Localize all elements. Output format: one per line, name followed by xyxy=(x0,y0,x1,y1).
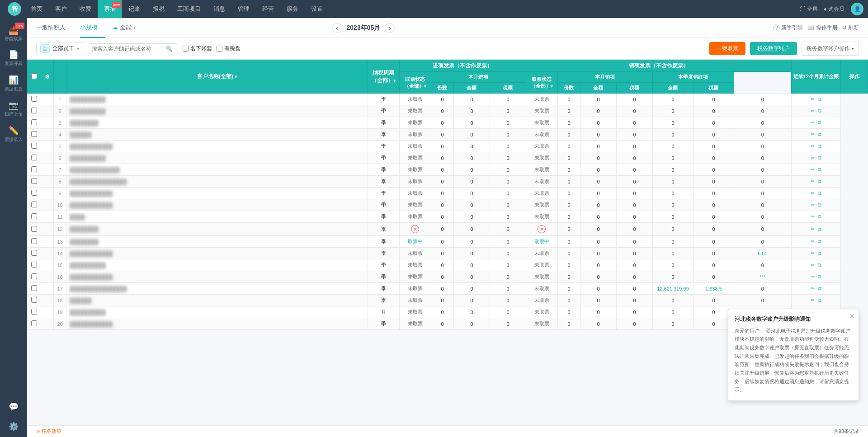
row-checkbox[interactable] xyxy=(31,213,37,219)
edit-icon[interactable]: ✏ xyxy=(811,120,815,125)
row-checkbox[interactable] xyxy=(31,96,37,102)
nav-item-settings[interactable]: 设置 xyxy=(305,0,329,18)
row-checkbox[interactable] xyxy=(31,119,37,125)
row-checkbox[interactable] xyxy=(31,131,37,137)
edit-icon[interactable]: ✏ xyxy=(811,297,815,303)
row-checkbox[interactable] xyxy=(31,202,37,207)
copy-icon[interactable]: ⧉ xyxy=(818,286,821,291)
tax-digital-account-btn[interactable]: 税务数字账户 xyxy=(750,42,797,55)
copy-icon[interactable]: ⧉ xyxy=(818,108,821,113)
row-checkbox[interactable] xyxy=(31,285,37,291)
member-btn[interactable]: ♦ 购会员 xyxy=(824,5,844,13)
copy-icon[interactable]: ⧉ xyxy=(818,262,821,268)
edit-icon[interactable]: ✏ xyxy=(811,155,815,160)
sidebar-item-smart-ticket[interactable]: 📥 智能取票 new xyxy=(1,22,26,45)
nav-item-message[interactable]: 消息 xyxy=(207,0,231,18)
th-in-status[interactable]: 取票状态（全部）▾ xyxy=(399,72,431,94)
row-checkbox[interactable] xyxy=(31,108,37,113)
th-out-status[interactable]: 取票状态（全部）▾ xyxy=(526,72,557,94)
copy-icon[interactable]: ⧉ xyxy=(818,202,821,207)
nav-item-service[interactable]: 服务 xyxy=(280,0,305,18)
copy-icon[interactable]: ⧉ xyxy=(818,226,821,232)
tax-digital-account-ops-btn[interactable]: 税务数字账户操作 ▾ xyxy=(802,42,859,56)
row-checkbox[interactable] xyxy=(31,250,37,256)
checkbox-has-taxdisk[interactable]: 有税盘 xyxy=(217,45,241,52)
row-checkbox[interactable] xyxy=(31,190,37,196)
nav-item-manage[interactable]: 管理 xyxy=(231,0,256,18)
row-checkbox[interactable] xyxy=(31,143,37,149)
copy-icon[interactable]: ⧉ xyxy=(818,120,821,125)
one-click-ticket-btn[interactable]: 一键取票 xyxy=(709,42,745,55)
copy-icon[interactable]: ⧉ xyxy=(818,132,821,137)
nav-item-client[interactable]: 客户 xyxy=(49,0,73,18)
avatar[interactable]: 👤 xyxy=(851,3,863,15)
edit-icon[interactable]: ✏ xyxy=(811,190,815,196)
copy-icon[interactable]: ⧉ xyxy=(818,96,821,102)
edit-icon[interactable]: ✏ xyxy=(811,167,815,172)
subnav-all[interactable]: ☁ 全能 ▾ xyxy=(112,18,143,38)
copy-icon[interactable]: ⧉ xyxy=(818,190,821,196)
nav-item-home[interactable]: 首页 xyxy=(24,0,49,18)
staff-select[interactable]: 全 全部员工 ▾ xyxy=(36,42,83,55)
sidebar-item-summary[interactable]: 📊 票据汇总 xyxy=(1,71,26,96)
sidebar-bottom-icon1[interactable]: 💬 xyxy=(1,398,26,415)
sidebar-item-entry[interactable]: ✏️ 票据录入 xyxy=(1,122,26,146)
row-checkbox[interactable] xyxy=(31,155,37,160)
copy-icon[interactable]: ⧉ xyxy=(818,167,821,172)
sidebar-item-open-invoice[interactable]: 📄 发票开具 xyxy=(1,46,26,70)
nav-item-invoice[interactable]: 票据 new xyxy=(98,0,122,18)
edit-icon[interactable]: ✏ xyxy=(811,108,815,113)
copy-icon[interactable]: ⧉ xyxy=(818,155,821,160)
copy-icon[interactable]: ⧉ xyxy=(818,239,821,244)
manual-btn[interactable]: 📖 操作手册 xyxy=(807,24,837,32)
row-checkbox[interactable] xyxy=(31,178,37,184)
row-checkbox[interactable] xyxy=(31,320,37,326)
th-tax-period[interactable]: 纳税周期（全部）▾ xyxy=(368,60,399,94)
copy-icon[interactable]: ⧉ xyxy=(818,274,821,279)
edit-icon[interactable]: ✏ xyxy=(811,250,815,256)
edit-icon[interactable]: ✏ xyxy=(811,239,815,244)
nav-item-operation[interactable]: 经营 xyxy=(256,0,280,18)
row-checkbox[interactable] xyxy=(31,238,37,244)
edit-icon[interactable]: ✏ xyxy=(811,214,815,219)
nav-item-fee[interactable]: 收费 xyxy=(73,0,98,18)
edit-icon[interactable]: ✏ xyxy=(811,179,815,184)
notification-close-btn[interactable]: ✕ xyxy=(849,313,855,320)
copy-icon[interactable]: ⧉ xyxy=(818,297,821,303)
sidebar-item-scan[interactable]: 📷 扫描上传 xyxy=(1,97,26,121)
checkbox-name-account[interactable]: 名下账套 xyxy=(183,45,212,52)
row-checkbox[interactable] xyxy=(31,262,37,268)
subnav-general[interactable]: 一般纳税人 xyxy=(36,18,73,38)
copy-icon[interactable]: ⧉ xyxy=(818,143,821,149)
row-checkbox[interactable] xyxy=(31,309,37,315)
th-client-name[interactable]: 客户名称(全部) ▾ xyxy=(66,60,368,94)
row-checkbox[interactable] xyxy=(31,273,37,279)
next-month-btn[interactable]: › xyxy=(385,23,395,33)
tax-policy-link[interactable]: ⊙ 税务政策 xyxy=(36,428,61,435)
nav-item-tax[interactable]: 报税 xyxy=(146,0,171,18)
nav-item-account[interactable]: 记账 xyxy=(122,0,146,18)
fullscreen-btn[interactable]: ⛶ 全屏 xyxy=(800,5,817,13)
search-input[interactable] xyxy=(92,46,164,52)
edit-icon[interactable]: ✏ xyxy=(811,286,815,291)
copy-icon[interactable]: ⧉ xyxy=(818,250,821,256)
edit-icon[interactable]: ✏ xyxy=(811,274,815,279)
edit-icon[interactable]: ✏ xyxy=(811,262,815,268)
prev-month-btn[interactable]: ‹ xyxy=(332,23,342,33)
row-checkbox[interactable] xyxy=(31,226,37,232)
sidebar-bottom-icon2[interactable]: ⚙️ xyxy=(1,418,26,435)
guide-btn[interactable]: ? 新手引导 xyxy=(773,24,803,32)
select-all-checkbox[interactable] xyxy=(31,73,37,79)
row-checkbox[interactable] xyxy=(31,166,37,172)
row-checkbox[interactable] xyxy=(31,297,37,303)
copy-icon[interactable]: ⧉ xyxy=(818,179,821,184)
search-icon[interactable]: 🔍 xyxy=(166,46,173,52)
edit-icon[interactable]: ✏ xyxy=(811,132,815,137)
edit-icon[interactable]: ✏ xyxy=(811,96,815,102)
refresh-btn[interactable]: ↺ 刷新 xyxy=(842,24,859,32)
edit-icon[interactable]: ✏ xyxy=(811,226,815,232)
nav-item-business[interactable]: 工商项目 xyxy=(171,0,207,18)
edit-icon[interactable]: ✏ xyxy=(811,143,815,149)
copy-icon[interactable]: ⧉ xyxy=(818,214,821,219)
subnav-small[interactable]: 小规模 xyxy=(80,18,105,38)
